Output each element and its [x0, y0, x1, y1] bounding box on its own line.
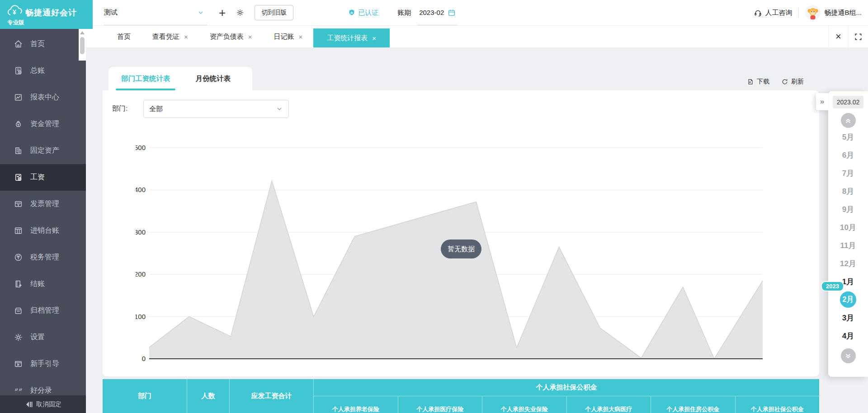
workspace-tabs: 首页查看凭证×资产负债表×日记账×工资统计报表× — [106, 26, 390, 47]
workspace-tab[interactable]: 查看凭证× — [142, 26, 199, 47]
scroll-months-up-button[interactable] — [841, 113, 856, 128]
sidebar-item-label: 发票管理 — [30, 199, 59, 209]
month-item[interactable]: 3月 — [828, 309, 868, 327]
period-field[interactable]: 2023-02 — [417, 0, 458, 25]
invoice-icon — [14, 199, 23, 209]
support-label: 人工咨询 — [765, 9, 792, 17]
closing-icon — [14, 279, 23, 289]
add-account-set-button[interactable]: + — [219, 7, 226, 19]
month-item[interactable]: 2月 — [828, 291, 868, 309]
download-button[interactable]: 下载 — [747, 78, 769, 86]
period-month-panel: » 2023.02 5月6月7月8月9月10月11月12月1月2月3月4月 20… — [828, 91, 868, 377]
svg-text:300: 300 — [136, 228, 146, 236]
workspace-tab[interactable]: 资产负债表× — [199, 26, 263, 47]
sidebar-item-home[interactable]: 首页 — [0, 31, 86, 57]
department-select[interactable]: 全部 — [143, 100, 289, 118]
report-icon — [14, 93, 23, 102]
gear-icon[interactable] — [236, 8, 245, 17]
column-header-headcount: 人数 — [187, 379, 230, 413]
cloud-logo-icon — [5, 4, 24, 19]
close-all-tabs-button[interactable]: × — [828, 26, 848, 47]
collapse-panel-button[interactable]: » — [816, 93, 828, 110]
month-item[interactable]: 6月 — [828, 146, 868, 164]
month-item[interactable]: 4月 — [828, 327, 868, 345]
svg-text:0: 0 — [142, 355, 146, 362]
sub-column-header: 个人承担社保公积金 — [736, 396, 820, 413]
user-name[interactable]: 畅捷通B组... — [824, 9, 862, 17]
month-item[interactable]: 5月 — [828, 128, 868, 146]
period-selector: 账期 2023-02 — [397, 0, 458, 25]
year-badge: 2023 — [821, 281, 844, 291]
sub-column-header: 个人承担失业保险 — [482, 396, 567, 413]
topbar-right: 人工咨询 畅捷通B组... — [754, 5, 862, 20]
expand-icon — [854, 33, 863, 41]
period-value: 2023-02 — [419, 9, 444, 16]
tab-close-icon[interactable]: × — [299, 33, 303, 41]
refresh-button[interactable]: 刷新 — [781, 78, 804, 86]
report-tools: 下载 刷新 — [747, 78, 804, 86]
workspace-tab[interactable]: 日记账× — [263, 26, 314, 47]
guide-icon — [14, 359, 23, 369]
month-item[interactable]: 8月 — [828, 182, 868, 200]
sub-column-header: 个人承担住房公积金 — [651, 396, 736, 413]
report-tab[interactable]: 月份统计表 — [183, 67, 244, 90]
month-item[interactable]: 10月 — [828, 218, 868, 236]
report-tab-label: 月份统计表 — [196, 74, 231, 84]
sidebar-item-label: 固定资产 — [30, 146, 59, 155]
group-header-label: 个人承担社保公积金 — [314, 379, 819, 396]
sidebar-item-report[interactable]: 报表中心 — [0, 84, 86, 111]
app-root: 测试 + 切到旧版 已认证 账期 2023-02 — [0, 0, 868, 413]
home-icon — [14, 39, 23, 49]
tab-close-icon[interactable]: × — [184, 33, 188, 41]
sub-columns-row: 个人承担养老保险个人承担医疗保险个人承担失业保险个人承担大病医疗个人承担住房公积… — [314, 396, 819, 413]
assets-icon — [14, 146, 23, 155]
sidebar-item-assets[interactable]: 固定资产 — [0, 137, 86, 164]
app-logo: 畅捷通好会计 专业版 — [0, 0, 93, 29]
sidebar-item-funds[interactable]: 资金管理 — [0, 111, 86, 137]
sidebar-items: 首页总账报表中心资金管理固定资产工资发票管理进销台账税务管理结账归档管理设置新手… — [0, 29, 86, 404]
chevron-down-icon — [197, 9, 204, 16]
topbar: 测试 + 切到旧版 已认证 账期 2023-02 — [86, 0, 868, 26]
sidebar-scrollbar[interactable] — [79, 29, 86, 61]
tab-close-icon[interactable]: × — [372, 34, 376, 42]
sidebar-item-guide[interactable]: 新手引导 — [0, 351, 86, 377]
scrollbar-thumb[interactable] — [80, 37, 85, 54]
sidebar-item-salary[interactable]: 工资 — [0, 164, 86, 191]
switch-old-version-button[interactable]: 切到旧版 — [255, 5, 293, 20]
sidebar: 首页总账报表中心资金管理固定资产工资发票管理进销台账税务管理结账归档管理设置新手… — [0, 29, 86, 413]
sidebar-item-ledger[interactable]: 总账 — [0, 57, 86, 84]
svg-text:500: 500 — [136, 144, 146, 151]
close-icon: × — [835, 32, 841, 42]
sidebar-item-trade[interactable]: 进销台账 — [0, 217, 86, 244]
sidebar-item-label: 结账 — [30, 279, 45, 289]
sidebar-item-settings[interactable]: 设置 — [0, 324, 86, 351]
sidebar-item-closing[interactable]: 结账 — [0, 271, 86, 297]
sidebar-item-invoice[interactable]: 发票管理 — [0, 191, 86, 217]
selected-month-circle[interactable]: 2月 — [840, 291, 856, 308]
sidebar-item-archive[interactable]: 归档管理 — [0, 297, 86, 324]
scroll-months-down-button[interactable] — [841, 348, 856, 363]
brand-title: 畅捷通好会计 — [25, 7, 77, 18]
scroll-up-arrow-icon[interactable] — [80, 31, 85, 34]
sidebar-item-label: 好分录 — [30, 386, 52, 395]
month-item[interactable]: 11月 — [828, 236, 868, 254]
avatar[interactable] — [805, 5, 821, 20]
month-list: 5月6月7月8月9月10月11月12月1月2月3月4月 — [828, 109, 868, 363]
salary-icon — [14, 173, 23, 182]
month-item[interactable]: 9月 — [828, 200, 868, 218]
certified-badge[interactable]: 已认证 — [348, 9, 378, 17]
month-item[interactable]: 12月 — [828, 254, 868, 272]
unpin-sidebar-button[interactable]: 取消固定 — [0, 395, 86, 413]
fullscreen-button[interactable] — [848, 26, 868, 47]
sidebar-item-tax[interactable]: 税务管理 — [0, 244, 86, 271]
report-tab[interactable]: 部门工资统计表 — [108, 67, 183, 90]
workspace-tab-label: 首页 — [117, 33, 131, 41]
tab-close-icon[interactable]: × — [248, 33, 252, 41]
workspace-tab[interactable]: 工资统计报表× — [313, 28, 390, 47]
salary-table-header: 部门 人数 应发工资合计 个人承担社保公积金 个人承担养老保险个人承担医疗保险个… — [103, 379, 819, 413]
workspace-tab[interactable]: 首页 — [106, 26, 142, 47]
support-button[interactable]: 人工咨询 — [754, 9, 792, 17]
month-item[interactable]: 7月 — [828, 164, 868, 182]
account-selector[interactable]: 测试 — [104, 0, 207, 25]
workspace-tabbar: 首页查看凭证×资产负债表×日记账×工资统计报表× × — [86, 26, 868, 47]
